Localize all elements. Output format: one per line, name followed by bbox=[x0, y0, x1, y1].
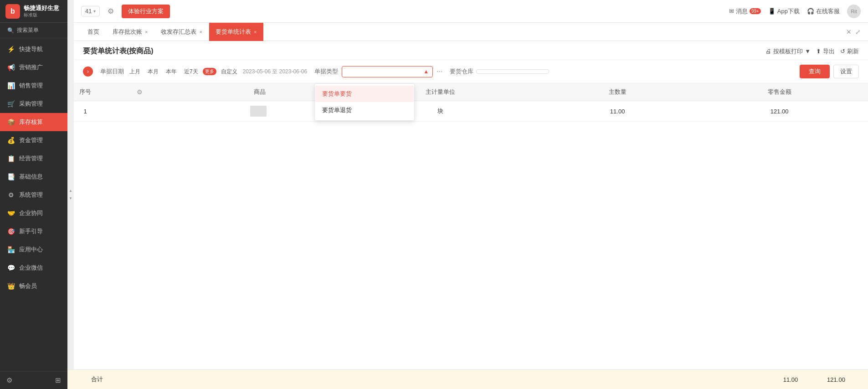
sidebar-scroll-handle[interactable]: ▲ ▼ bbox=[67, 0, 74, 389]
sidebar-item-basic[interactable]: 📑 基础信息 bbox=[0, 168, 67, 186]
dropdown-item-return[interactable]: 要货单退货 bbox=[315, 102, 414, 118]
sidebar-footer: ⚙ ⊞ bbox=[0, 371, 67, 389]
query-button[interactable]: 查询 bbox=[800, 65, 830, 78]
tab-sales-summary-close[interactable]: × bbox=[199, 29, 202, 35]
export-button[interactable]: ⬆ 导出 bbox=[816, 47, 835, 56]
table-body: 1 块 11.00 121.00 bbox=[74, 101, 868, 122]
sidebar-item-purchase[interactable]: 🛒 采购管理 bbox=[0, 95, 67, 113]
tab-order-stats[interactable]: 要货单统计表 × bbox=[209, 23, 263, 41]
cell-product bbox=[183, 101, 337, 122]
tab-order-stats-close[interactable]: × bbox=[254, 29, 257, 35]
quick-nav-icon: ⚡ bbox=[6, 45, 15, 54]
sidebar-item-label: 采购管理 bbox=[19, 100, 43, 108]
tabs-right: ✕ ⤢ bbox=[846, 28, 861, 36]
col-amount: 零售金额 bbox=[691, 83, 868, 101]
sidebar-search[interactable]: 🔍 搜索菜单 bbox=[0, 23, 67, 38]
page-title: 要货单统计表(按商品) bbox=[83, 46, 154, 56]
sidebar-item-quick-nav[interactable]: ⚡ 快捷导航 bbox=[0, 40, 67, 58]
date-filter-label: 单据日期 bbox=[100, 67, 124, 76]
logo-area: b 畅捷通好生意 标准版 bbox=[0, 0, 67, 23]
topbar-left: 41 ▾ ⚙ 体验行业方案 bbox=[81, 5, 170, 18]
tab-inventory-batch-close[interactable]: × bbox=[145, 29, 148, 35]
cell-settings bbox=[97, 101, 183, 122]
tab-sales-summary[interactable]: 收发存汇总表 × bbox=[154, 23, 209, 41]
filter-action-btns: 查询 设置 bbox=[800, 65, 859, 78]
printer-icon: 🖨 bbox=[765, 48, 771, 55]
expand-icon: › bbox=[87, 68, 89, 75]
collapse-icon[interactable]: ⊞ bbox=[55, 376, 61, 384]
sidebar-item-finance[interactable]: 💰 资金管理 bbox=[0, 131, 67, 149]
date-this-year-btn[interactable]: 本年 bbox=[163, 67, 180, 77]
table-settings-icon[interactable]: ⚙ bbox=[137, 88, 143, 96]
settings-footer-icon[interactable]: ⚙ bbox=[6, 376, 12, 384]
topbar-right: ✉ 消息 99+ 📱 App下载 🎧 在线客服 Rit bbox=[729, 5, 861, 18]
topbar-gear-button[interactable]: ⚙ bbox=[104, 5, 117, 18]
warehouse-select-box[interactable] bbox=[476, 69, 549, 74]
type-select-input[interactable] bbox=[346, 68, 423, 75]
messages-button[interactable]: ✉ 消息 99+ bbox=[729, 7, 761, 15]
date-more-badge[interactable]: 更多 bbox=[203, 68, 216, 75]
app-download-button[interactable]: 📱 App下载 bbox=[768, 7, 800, 15]
trial-button[interactable]: 体验行业方案 bbox=[122, 5, 170, 18]
page-actions: 🖨 按模板打印 ▼ ⬆ 导出 ↺ 刷新 bbox=[765, 47, 859, 56]
sidebar-item-label: 库存核算 bbox=[19, 118, 43, 126]
date-custom-btn[interactable]: 自定义 bbox=[218, 67, 240, 77]
sidebar-item-label: 基础信息 bbox=[19, 173, 43, 181]
sidebar-item-label: 系统管理 bbox=[19, 191, 43, 199]
date-last-7-btn[interactable]: 近7天 bbox=[181, 67, 201, 77]
tab-close-all-button[interactable]: ✕ bbox=[846, 28, 852, 36]
tab-inventory-batch[interactable]: 库存批次账 × bbox=[106, 23, 154, 41]
type-more-button[interactable]: ··· bbox=[437, 67, 442, 76]
sidebar-item-member[interactable]: 👑 畅会员 bbox=[0, 277, 67, 295]
sidebar-item-label: 企业微信 bbox=[19, 264, 43, 272]
sidebar-item-label: 企业协同 bbox=[19, 209, 43, 217]
print-button[interactable]: 🖨 按模板打印 ▼ bbox=[765, 47, 811, 56]
wechat-icon: 💬 bbox=[6, 263, 15, 272]
type-select-chevron-icon[interactable]: ▲ bbox=[423, 68, 429, 75]
store-selector[interactable]: 41 ▾ bbox=[81, 6, 100, 16]
col-settings[interactable]: ⚙ bbox=[97, 83, 183, 101]
refresh-button[interactable]: ↺ 刷新 bbox=[840, 47, 859, 56]
online-service-button[interactable]: 🎧 在线客服 bbox=[807, 7, 840, 15]
tab-sales-summary-label: 收发存汇总表 bbox=[161, 28, 196, 36]
sidebar-item-label: 销售管理 bbox=[19, 82, 43, 90]
sidebar-item-sales[interactable]: 📊 销售管理 bbox=[0, 77, 67, 95]
sidebar-item-label: 经营管理 bbox=[19, 154, 43, 163]
tab-home[interactable]: 首页 bbox=[81, 23, 106, 41]
type-select-box[interactable]: ▲ bbox=[342, 66, 433, 77]
topbar: 41 ▾ ⚙ 体验行业方案 ✉ 消息 99+ 📱 App下载 🎧 在线客服 Ri… bbox=[74, 0, 868, 23]
print-expand-icon: ▼ bbox=[805, 48, 811, 55]
tab-inventory-batch-label: 库存批次账 bbox=[113, 28, 142, 36]
table-row: 1 块 11.00 121.00 bbox=[74, 101, 868, 122]
system-icon: ⚙ bbox=[6, 190, 15, 200]
warehouse-filter-group: 要货仓库 bbox=[450, 67, 549, 76]
sidebar-item-marketing[interactable]: 📢 营销推广 bbox=[0, 58, 67, 77]
tab-expand-button[interactable]: ⤢ bbox=[855, 28, 861, 36]
sidebar-item-inventory[interactable]: 📦 库存核算 bbox=[0, 113, 67, 131]
filter-expand-button[interactable]: › bbox=[83, 67, 93, 77]
setting-button[interactable]: 设置 bbox=[833, 65, 859, 78]
sidebar-item-operations[interactable]: 📋 经营管理 bbox=[0, 149, 67, 168]
type-filter-group: 单据类型 ▲ ··· 要货单要货 要货单退货 bbox=[314, 66, 442, 77]
inventory-icon: 📦 bbox=[6, 118, 15, 127]
message-icon: ✉ bbox=[729, 8, 734, 15]
dropdown-item-order[interactable]: 要货单要货 bbox=[315, 86, 414, 102]
guide-icon: 🎯 bbox=[6, 227, 15, 236]
date-prev-month-btn[interactable]: 上月 bbox=[127, 67, 143, 77]
store-number: 41 bbox=[85, 8, 92, 15]
filter-bar: › 单据日期 上月 本月 本年 近7天 更多 自定义 2023-05-06 至 … bbox=[74, 60, 868, 83]
date-this-month-btn[interactable]: 本月 bbox=[145, 67, 161, 77]
sidebar-item-label: 资金管理 bbox=[19, 136, 43, 144]
refresh-icon: ↺ bbox=[840, 48, 845, 55]
purchase-icon: 🛒 bbox=[6, 99, 15, 108]
sidebar-item-appstore[interactable]: 🏪 应用中心 bbox=[0, 241, 67, 259]
sidebar-item-enterprise[interactable]: 🤝 企业协同 bbox=[0, 204, 67, 222]
sidebar-item-system[interactable]: ⚙ 系统管理 bbox=[0, 186, 67, 204]
sidebar-item-label: 快捷导航 bbox=[19, 45, 43, 53]
sidebar-item-guide[interactable]: 🎯 新手引导 bbox=[0, 222, 67, 241]
sidebar-item-wechat[interactable]: 💬 企业微信 bbox=[0, 259, 67, 277]
sidebar-item-label: 应用中心 bbox=[19, 246, 43, 254]
avatar[interactable]: Rit bbox=[847, 5, 861, 18]
sidebar-item-label: 新手引导 bbox=[19, 227, 43, 235]
product-image bbox=[250, 106, 267, 117]
